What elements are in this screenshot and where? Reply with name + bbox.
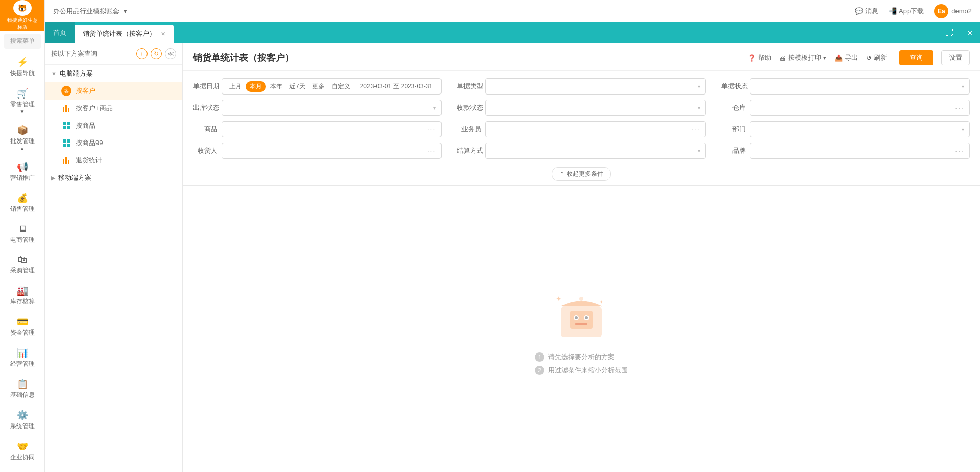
quicknav-icon: ⚡ (17, 57, 28, 68)
goods-picker[interactable]: ··· (222, 121, 442, 137)
date-range-value: 2023-03-01 至 2023-03-31 (360, 82, 432, 91)
filter-date-col: 单据日期 上月 本月 本年 近7天 更多 自定义 20 (193, 78, 442, 95)
retail-icon: 🛒 (17, 88, 28, 99)
collapse-row: ⌃ 收起更多条件 (183, 163, 980, 185)
sidebar-item-newguide[interactable]: 🚀 新手引导 (0, 467, 45, 472)
marketing-icon: 📢 (17, 161, 28, 173)
department-dropdown[interactable]: ▾ (750, 121, 970, 137)
filter-salesperson-col: 业务员 ··· (457, 121, 705, 137)
left-panel-actions: ＋ ↻ ≪ (136, 48, 176, 59)
tree-child-by-goods[interactable]: 按商品 (45, 117, 182, 134)
sidebar-item-retail[interactable]: 🛒 零售管理 ▼ (0, 83, 45, 120)
receiptstatus-label: 收款状态 (457, 103, 485, 112)
sidebar-item-quicknav[interactable]: ⚡ 快捷导航 (0, 52, 45, 83)
tree-child-by-customer-goods[interactable]: 按客户+商品 (45, 100, 182, 117)
ecommerce-icon: 🖥 (18, 224, 27, 234)
settlement-label: 结算方式 (457, 146, 485, 155)
svg-rect-12 (65, 157, 67, 164)
sidebar-item-purchase[interactable]: 🛍 采购管理 (0, 249, 45, 280)
tree-child-by-goods99[interactable]: 按商品99 (45, 134, 182, 152)
sidebar-item-operations[interactable]: 📊 经营管理 (0, 342, 45, 373)
goods-label: 商品 (193, 125, 222, 134)
settlement-dropdown-icon: ▾ (698, 148, 700, 154)
app-download-label: App下载 (899, 7, 924, 16)
app-name: 畅捷通好生意 (7, 17, 38, 23)
sidebar-item-system[interactable]: ⚙️ 系统管理 (0, 405, 45, 436)
wholesale-label: 批发管理 (10, 137, 35, 146)
date-tab-7days[interactable]: 近7天 (286, 81, 308, 92)
inventory-icon: 🏭 (17, 285, 28, 296)
basicinfo-label: 基础信息 (10, 391, 35, 399)
message-btn[interactable]: 💬 消息 (855, 7, 878, 16)
sidebar-item-ecommerce[interactable]: 🖥 电商管理 (0, 219, 45, 249)
sidebar-item-marketing[interactable]: 📢 营销推广 (0, 156, 45, 187)
settings-button[interactable]: 设置 (941, 50, 970, 65)
warehouse-picker[interactable]: ··· (750, 100, 970, 116)
collapse-up-icon: ⌃ (559, 171, 565, 178)
sidebar-item-sales[interactable]: 💰 销售管理 (0, 187, 45, 219)
date-picker[interactable]: 上月 本月 本年 近7天 更多 自定义 2023-03-01 至 2023-03… (222, 78, 442, 95)
date-tab-thismonth[interactable]: 本月 (246, 81, 266, 92)
tab-expand-btn[interactable]: ⛶ (939, 22, 960, 43)
avatar: Ea (934, 4, 948, 18)
window-close-btn[interactable]: ✕ (960, 22, 980, 43)
topbar-right: 💬 消息 📲 App下载 Ea demo2 (855, 4, 972, 18)
tree-parent-mobile[interactable]: ▶ 移动端方案 (45, 169, 182, 186)
export-label: 导出 (845, 53, 858, 62)
sidebar-item-inventory[interactable]: 🏭 库存核算 (0, 280, 45, 311)
collapse-scheme-btn[interactable]: ≪ (165, 48, 176, 59)
salesperson-picker[interactable]: ··· (485, 121, 705, 137)
brand-picker[interactable]: ··· (750, 143, 970, 159)
date-tab-thisyear[interactable]: 本年 (267, 81, 285, 92)
date-tab-more[interactable]: 更多 (309, 81, 328, 92)
avatar-text: Ea (938, 8, 945, 15)
page-header-actions: ❓ 帮助 🖨 按模板打印 ▾ 📤 导出 ↺ 刷新 (748, 50, 970, 65)
order-status-dropdown[interactable]: ▾ (750, 78, 970, 95)
marketing-label: 营销推广 (10, 174, 35, 182)
ecommerce-label: 电商管理 (10, 235, 35, 244)
sidebar-item-basicinfo[interactable]: 📋 基础信息 (0, 373, 45, 405)
out-status-dropdown[interactable]: ▾ (222, 100, 442, 116)
sidebar-item-finance[interactable]: 💳 资金管理 (0, 311, 45, 342)
collapse-btn[interactable]: ⌃ 收起更多条件 (552, 167, 611, 181)
inventory-label: 库存核算 (10, 297, 35, 306)
print-btn[interactable]: 🖨 按模板打印 ▾ (779, 53, 826, 62)
sidebar-item-wholesale[interactable]: 📦 批发管理 ▲ (0, 120, 45, 156)
tree-parent-desktop[interactable]: ▼ 电脑端方案 (45, 65, 182, 82)
search-menu[interactable]: 搜索菜单 (4, 34, 41, 49)
svg-rect-1 (65, 105, 67, 112)
topbar-left: 办公用品行业模拟账套 ▾ (53, 7, 127, 16)
filter-row-3: 商品 ··· 业务员 ··· (193, 121, 970, 137)
tree-child-by-customer[interactable]: 客 按客户 (45, 82, 182, 100)
refresh-scheme-btn[interactable]: ↻ (151, 48, 162, 59)
settlement-dropdown[interactable]: ▾ (485, 143, 705, 159)
ordertype-label: 单据类型 (457, 82, 485, 91)
date-tab-custom[interactable]: 自定义 (329, 81, 353, 92)
tab-close-icon[interactable]: ✕ (161, 31, 165, 37)
empty-hint1: 请先选择要分析的方案 (548, 350, 615, 364)
help-btn[interactable]: ❓ 帮助 (748, 53, 771, 62)
tree-child-return-stats[interactable]: 退货统计 (45, 152, 182, 169)
help-label: 帮助 (758, 53, 771, 62)
app-download-btn[interactable]: 📲 App下载 (889, 7, 924, 16)
receiver-label: 收货人 (193, 146, 222, 155)
add-scheme-btn[interactable]: ＋ (136, 48, 148, 59)
sidebar-item-enterprise[interactable]: 🤝 企业协同 (0, 436, 45, 467)
refresh-icon: ↺ (866, 54, 872, 62)
query-button[interactable]: 查询 (899, 50, 933, 65)
date-tab-lastmonth[interactable]: 上月 (226, 81, 244, 92)
tab-sales-stats[interactable]: 销货单统计表（按客户） ✕ (75, 25, 174, 43)
sidebar-logo[interactable]: 🐯 畅捷通好生意 标版 (0, 0, 45, 31)
order-type-dropdown[interactable]: ▾ (485, 78, 705, 95)
user-name: demo2 (951, 7, 972, 15)
receipt-status-dropdown[interactable]: ▾ (485, 100, 705, 116)
user-info[interactable]: Ea demo2 (934, 4, 972, 18)
tab-home[interactable]: 首页 (45, 22, 75, 43)
app-download-icon: 📲 (889, 7, 897, 15)
return-stats-label: 退货统计 (76, 156, 102, 165)
receiver-picker[interactable]: ··· (222, 143, 442, 159)
refresh-btn[interactable]: ↺ 刷新 (866, 53, 887, 62)
brand-dots-icon: ··· (955, 147, 964, 155)
export-btn[interactable]: 📤 导出 (835, 53, 858, 62)
workspace-dropdown-icon[interactable]: ▾ (124, 7, 127, 15)
